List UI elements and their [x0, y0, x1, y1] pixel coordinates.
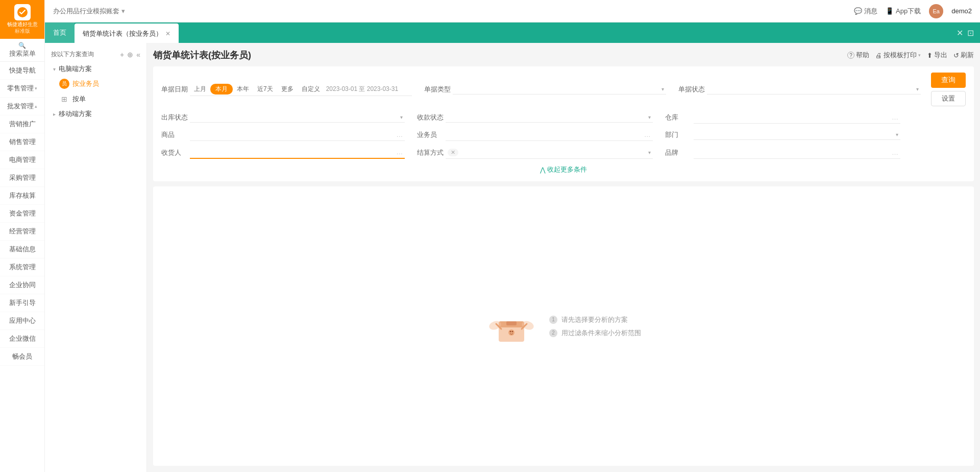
doc-type-label: 单据类型 — [424, 85, 453, 94]
settlement-select[interactable]: ✕ ▾ — [446, 147, 652, 159]
tab-sales-stat-label: 销货单统计表（按业务员） — [83, 29, 162, 38]
empty-tips: 1 请先选择要分析的方案 2 用过滤条件来缩小分析范围 — [549, 315, 641, 338]
settlement-clear-x-icon[interactable]: ✕ — [451, 149, 455, 156]
sidebar-item-label: 电商管理 — [2, 155, 42, 164]
settings-scheme-icon[interactable]: ⊕ — [127, 51, 133, 59]
template-print-action[interactable]: 🖨 按模板打印 ▾ — [875, 51, 921, 60]
sidebar-item-system[interactable]: 系统管理 — [0, 258, 44, 276]
doc-status-select[interactable]: ▾ — [707, 84, 921, 95]
sidebar-item-quick-nav[interactable]: 快捷导航 — [0, 62, 44, 80]
filter-panel: 单据日期 上月 本月 本年 近7天 更多 自定义 2023-03-01 至 20… — [153, 66, 974, 181]
sidebar-item-purchase[interactable]: 采购管理 — [0, 169, 44, 187]
message-action[interactable]: 💬 消息 — [854, 7, 877, 16]
tab-home-label: 首页 — [53, 28, 66, 37]
date-shortcut-last-month[interactable]: 上月 — [190, 84, 210, 95]
tab-close-icon[interactable]: ✕ — [165, 30, 170, 37]
sidebar-search-item[interactable]: 🔍 搜索菜单 — [0, 39, 44, 62]
tree-item-pc[interactable]: ▾ 电脑端方案 — [45, 62, 146, 76]
add-scheme-icon[interactable]: + — [120, 51, 124, 59]
dept-arrow-icon: ▾ — [896, 132, 898, 137]
warehouse-input[interactable]: … — [694, 111, 900, 124]
logo-sub: 标准版 — [15, 28, 30, 35]
brand-input[interactable]: … — [694, 147, 900, 159]
date-shortcut-more[interactable]: 更多 — [277, 84, 298, 95]
breadcrumb-arrow-icon[interactable]: ▾ — [121, 7, 125, 15]
settings-button[interactable]: 设置 — [931, 91, 966, 106]
salesman-label: 业务员 — [417, 130, 446, 139]
left-panel-header: 按以下方案查询 + ⊕ « — [45, 47, 146, 62]
out-status-select[interactable]: ▾ — [190, 112, 405, 123]
query-button[interactable]: 查询 — [931, 73, 966, 88]
page-title: 销货单统计表(按业务员) — [153, 49, 251, 61]
refresh-action[interactable]: ↺ 刷新 — [953, 51, 974, 60]
sidebar-item-label: 库存核算 — [2, 191, 42, 200]
tree-item-salesman[interactable]: 员 按业务员 — [45, 76, 146, 91]
date-shortcut-this-month[interactable]: 本月 — [210, 84, 233, 95]
help-action[interactable]: ? 帮助 — [847, 51, 869, 60]
tree-expand-icon: ▾ — [53, 66, 56, 72]
doc-type-arrow-icon: ▾ — [662, 86, 664, 92]
tab-expand-icon[interactable]: ⊡ — [967, 28, 974, 38]
svg-point-8 — [512, 331, 513, 332]
collapse-panel-icon[interactable]: « — [136, 51, 140, 59]
product-input[interactable]: … — [190, 129, 405, 141]
export-label: 导出 — [934, 51, 947, 60]
page-title-bar: 销货单统计表(按业务员) ? 帮助 🖨 按模板打印 ▾ ⬆ 导出 — [153, 49, 974, 61]
sidebar-item-inventory[interactable]: 库存核算 — [0, 187, 44, 205]
payment-status-label: 收款状态 — [417, 113, 446, 122]
tab-home[interactable]: 首页 — [45, 22, 75, 43]
sidebar-item-enterprise[interactable]: 企业协同 — [0, 276, 44, 294]
tab-close-window-icon[interactable]: ✕ — [957, 28, 963, 38]
page-title-actions: ? 帮助 🖨 按模板打印 ▾ ⬆ 导出 ↺ 刷新 — [847, 51, 974, 60]
date-shortcut-7days[interactable]: 近7天 — [253, 84, 277, 95]
sidebar-item-label: 企业协同 — [2, 280, 42, 290]
warehouse-dots: … — [892, 113, 898, 121]
product-label: 商品 — [161, 130, 190, 139]
sidebar-item-basic-info[interactable]: 基础信息 — [0, 241, 44, 258]
tree-item-label: 按单 — [72, 95, 86, 104]
sidebar-item-sales-mgmt[interactable]: 销售管理 — [0, 133, 44, 151]
dept-select[interactable]: ▾ — [694, 130, 900, 140]
collapse-button[interactable]: ⋀ 收起更多条件 — [540, 165, 587, 174]
sidebar-item-wholesale[interactable]: 批发管理 ▴ — [0, 98, 44, 115]
sidebar-item-operations[interactable]: 经营管理 — [0, 223, 44, 241]
svg-rect-3 — [506, 321, 517, 325]
payment-status-select[interactable]: ▾ — [446, 112, 652, 123]
date-shortcut-custom[interactable]: 自定义 — [298, 84, 324, 95]
avatar[interactable]: Ea — [929, 4, 943, 18]
sidebar-item-finance[interactable]: 资金管理 — [0, 205, 44, 223]
sidebar-item-app-center[interactable]: 应用中心 — [0, 312, 44, 330]
doc-type-select[interactable]: ▾ — [453, 84, 667, 95]
sidebar-item-ecommerce[interactable]: 电商管理 — [0, 151, 44, 169]
settlement-arrow-icon: ▾ — [648, 150, 651, 155]
settlement-label: 结算方式 — [417, 148, 446, 157]
sidebar-item-marketing[interactable]: 营销推广 — [0, 115, 44, 133]
content-area: 按以下方案查询 + ⊕ « ▾ 电脑端方案 员 按业务员 ⊞ 按单 — [45, 43, 980, 472]
settlement-clear-tag[interactable]: ✕ — [448, 149, 458, 156]
date-filter-value[interactable]: 上月 本月 本年 近7天 更多 自定义 2023-03-01 至 2023-03… — [190, 83, 412, 96]
consignee-input[interactable]: … — [190, 146, 405, 159]
collapse-row: ⋀ 收起更多条件 — [161, 162, 966, 175]
consignee-label: 收货人 — [161, 148, 190, 157]
user-name[interactable]: demo2 — [951, 7, 972, 15]
salesman-dots: … — [644, 131, 651, 138]
out-status-label: 出库状态 — [161, 113, 190, 122]
chevron-down-icon: ▾ — [35, 86, 37, 91]
sidebar-item-enterprise-wechat[interactable]: 企业微信 — [0, 330, 44, 348]
date-shortcut-this-year[interactable]: 本年 — [233, 84, 253, 95]
tab-sales-stat[interactable]: 销货单统计表（按业务员） ✕ — [75, 23, 179, 44]
message-label: 消息 — [864, 7, 877, 16]
sidebar-item-newbie[interactable]: 新手引导 — [0, 294, 44, 312]
export-action[interactable]: ⬆ 导出 — [927, 51, 947, 60]
app-download-action[interactable]: 📱 App下载 — [886, 7, 921, 16]
sidebar-item-member[interactable]: 畅会员 — [0, 348, 44, 366]
salesman-input[interactable]: … — [446, 129, 652, 141]
chevron-up-icon: ▴ — [35, 104, 37, 109]
tree-item-by-order[interactable]: ⊞ 按单 — [45, 91, 146, 107]
sidebar-item-retail[interactable]: 零售管理 ▾ — [0, 80, 44, 98]
product-dots: … — [396, 131, 403, 138]
tip-text-1: 请先选择要分析的方案 — [561, 315, 628, 324]
breadcrumb-text: 办公用品行业模拟账套 — [53, 7, 119, 15]
sidebar-item-label: 零售管理 — [7, 84, 34, 93]
tree-item-mobile[interactable]: ▸ 移动端方案 — [45, 107, 146, 121]
